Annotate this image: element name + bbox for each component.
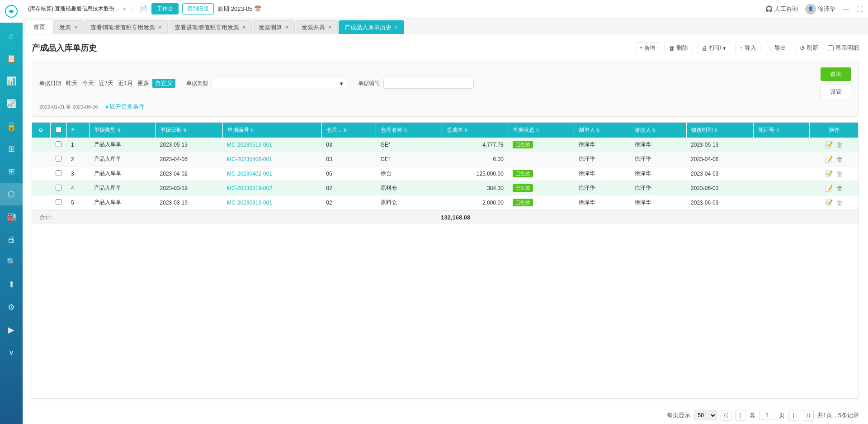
sidebar-item-settings[interactable]: ⊞ bbox=[0, 138, 23, 160]
row-checkbox-cell[interactable] bbox=[50, 152, 66, 167]
tab-open[interactable]: 发票开具 ✕ bbox=[296, 20, 338, 34]
col-number[interactable]: 单据编号⇅ bbox=[222, 123, 321, 138]
date-custom[interactable]: 自定义 bbox=[152, 79, 175, 88]
tab-open-close[interactable]: ✕ bbox=[328, 24, 332, 30]
prev-page-btn[interactable]: ⟨ bbox=[735, 410, 746, 421]
col-type[interactable]: 单据类型⇅ bbox=[90, 123, 156, 138]
service-link[interactable]: 🎧 人工咨询 bbox=[765, 5, 798, 13]
col-warehouse-code[interactable]: 仓库...⇅ bbox=[321, 123, 376, 138]
sidebar-item-production[interactable]: 🏭 bbox=[0, 205, 23, 228]
row-checkbox[interactable] bbox=[56, 156, 61, 162]
tab-sales-vat[interactable]: 查看销项增值税专用发票 ✕ bbox=[85, 20, 168, 34]
setting-button[interactable]: 设置 bbox=[821, 85, 851, 99]
col-settings[interactable]: ⚙ bbox=[32, 123, 50, 138]
first-page-btn[interactable]: ⟨⟨ bbox=[721, 410, 731, 421]
last-page-btn[interactable]: ⟩⟩ bbox=[803, 410, 814, 421]
sidebar-item-video[interactable]: ▶ bbox=[0, 319, 23, 341]
sidebar-item-lock[interactable]: 🔒 bbox=[0, 115, 23, 138]
col-date[interactable]: 单据日期⇅ bbox=[156, 123, 223, 138]
delete-button[interactable]: 🗑 删除 bbox=[665, 42, 692, 54]
row-checkbox[interactable] bbox=[56, 185, 61, 191]
sidebar-item-analysis[interactable]: 📈 bbox=[0, 92, 23, 115]
row-checkbox-cell[interactable] bbox=[50, 195, 66, 210]
sidebar-item-version[interactable]: V bbox=[0, 341, 23, 364]
tab-invoice[interactable]: 发票 ✕ bbox=[53, 20, 84, 34]
col-status[interactable]: 单据状态⇅ bbox=[508, 123, 574, 138]
show-detail-input[interactable] bbox=[828, 45, 834, 51]
number-input[interactable] bbox=[383, 78, 474, 89]
col-modify-time[interactable]: 修改时间⇅ bbox=[686, 123, 754, 138]
sidebar-item-stamp[interactable]: 🖨 bbox=[0, 228, 23, 251]
row-number[interactable]: MC-20230319-001 bbox=[222, 195, 321, 210]
print-button[interactable]: 🖨 打印 ▾ bbox=[698, 42, 730, 54]
row-checkbox[interactable] bbox=[56, 199, 61, 205]
date-yesterday[interactable]: 昨天 bbox=[65, 79, 79, 88]
user-menu[interactable]: 👤 徐泽华 bbox=[805, 4, 835, 14]
date-today[interactable]: 今天 bbox=[81, 79, 95, 88]
import-button[interactable]: ↑ 导入 bbox=[736, 42, 760, 54]
col-total-cost[interactable]: 总成本⇅ bbox=[442, 123, 508, 138]
edit-icon[interactable]: 📝 bbox=[825, 170, 833, 177]
col-checkbox[interactable] bbox=[50, 123, 66, 138]
delete-row-icon[interactable]: 🗑 bbox=[836, 156, 843, 163]
company-dropdown-icon[interactable]: ▾ bbox=[123, 5, 126, 13]
refresh-button[interactable]: ↺ 刷新 bbox=[796, 42, 822, 54]
tab-inventory[interactable]: 产成品入库单历史 ✕ bbox=[339, 20, 404, 34]
delete-row-icon[interactable]: 🗑 bbox=[836, 199, 843, 206]
row-number[interactable]: MC-20230319-002 bbox=[222, 181, 321, 195]
date-more[interactable]: 更多 bbox=[136, 79, 151, 88]
page-input[interactable] bbox=[759, 411, 775, 420]
switch-button[interactable]: 切到旧版 bbox=[182, 3, 214, 14]
edit-icon[interactable]: 📝 bbox=[825, 185, 833, 192]
tab-invoice-close[interactable]: ✕ bbox=[74, 24, 78, 30]
expand-filter-btn[interactable]: ▾ 展开更多条件 bbox=[105, 103, 145, 111]
tab-calc[interactable]: 发票测算 ✕ bbox=[253, 20, 295, 34]
sidebar-item-search[interactable]: 🔍 bbox=[0, 251, 23, 273]
row-number[interactable]: MC-20230406-001 bbox=[222, 152, 321, 167]
sidebar-item-config[interactable]: ⚙ bbox=[0, 296, 23, 319]
sidebar-item-table[interactable]: ⊞ bbox=[0, 160, 23, 183]
type-select[interactable] bbox=[212, 78, 347, 89]
sidebar-item-import[interactable]: ⬆ bbox=[0, 273, 23, 296]
tab-input-vat-close[interactable]: ✕ bbox=[242, 24, 246, 30]
row-checkbox-cell[interactable] bbox=[50, 167, 66, 181]
col-warehouse-name[interactable]: 仓库名称⇅ bbox=[376, 123, 442, 138]
per-page-select[interactable]: 20 50 100 bbox=[694, 410, 717, 420]
row-number[interactable]: MC-20230402-001 bbox=[222, 167, 321, 181]
tab-inventory-close[interactable]: ✕ bbox=[394, 24, 398, 30]
date-7days[interactable]: 近7天 bbox=[97, 79, 115, 88]
sidebar-item-home[interactable]: ⌂ bbox=[0, 24, 23, 47]
window-minimize[interactable]: — bbox=[843, 5, 849, 13]
sidebar-item-reports[interactable]: 📊 bbox=[0, 70, 23, 92]
col-modifier[interactable]: 修改人⇅ bbox=[630, 123, 686, 138]
sidebar-item-docs[interactable]: 📋 bbox=[0, 47, 23, 70]
query-button[interactable]: 查询 bbox=[821, 67, 851, 81]
show-detail-checkbox[interactable]: 显示明细 bbox=[828, 44, 859, 52]
row-checkbox[interactable] bbox=[56, 170, 61, 176]
delete-row-icon[interactable]: 🗑 bbox=[836, 170, 843, 177]
sidebar-item-stock[interactable]: ⬡ bbox=[0, 183, 23, 205]
select-all-checkbox[interactable] bbox=[56, 127, 61, 133]
edit-icon[interactable]: 📝 bbox=[825, 156, 833, 163]
next-page-btn[interactable]: ⟩ bbox=[788, 410, 799, 421]
date-1month[interactable]: 近1月 bbox=[117, 79, 134, 88]
col-creator[interactable]: 制单人⇅ bbox=[574, 123, 630, 138]
window-maximize[interactable]: ⛶ bbox=[856, 5, 863, 13]
workbench-button[interactable]: 工作台 bbox=[151, 3, 179, 14]
export-button[interactable]: ↓ 导出 bbox=[766, 42, 791, 54]
row-checkbox-cell[interactable] bbox=[50, 138, 66, 152]
new-button[interactable]: + 新增 bbox=[636, 42, 659, 54]
calendar-icon[interactable]: 📅 bbox=[254, 5, 261, 12]
delete-row-icon[interactable]: 🗑 bbox=[836, 185, 843, 192]
edit-icon[interactable]: 📝 bbox=[825, 199, 833, 206]
row-checkbox-cell[interactable] bbox=[50, 181, 66, 195]
tab-calc-close[interactable]: ✕ bbox=[285, 24, 289, 30]
edit-icon[interactable]: 📝 bbox=[825, 141, 833, 148]
col-voucher[interactable]: 凭证号⇅ bbox=[754, 123, 810, 138]
tab-home[interactable]: 首页 bbox=[26, 20, 52, 34]
row-checkbox[interactable] bbox=[56, 141, 61, 147]
tab-sales-vat-close[interactable]: ✕ bbox=[158, 24, 162, 30]
row-number[interactable]: MC-20230513-001 bbox=[222, 138, 321, 152]
tab-input-vat[interactable]: 查看进项增值税专用发票 ✕ bbox=[169, 20, 252, 34]
delete-row-icon[interactable]: 🗑 bbox=[836, 141, 843, 148]
